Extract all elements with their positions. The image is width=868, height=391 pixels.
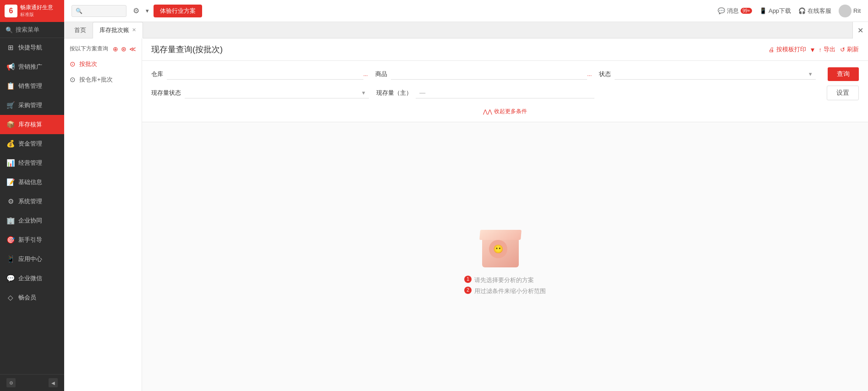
sidebar-footer: ⚙ ◀ bbox=[0, 374, 64, 391]
app-title: 畅康通好生意 bbox=[20, 4, 53, 11]
divider1: ▾ bbox=[811, 45, 814, 54]
plan-item-warehouse-batch[interactable]: ⊙ 按仓库+批次 bbox=[64, 72, 142, 87]
nav-label-sales: 销售管理 bbox=[18, 82, 42, 90]
sidebar-item-sales[interactable]: 📋销售管理 bbox=[0, 76, 64, 96]
inventory-batch-tab-label: 库存批次账 bbox=[99, 26, 129, 34]
warehouse-more-btn[interactable]: ... bbox=[363, 71, 368, 77]
page-header: 现存量查询(按批次) 🖨 按模板打印 ▾ ↑ 导出 ↺ 刷新 bbox=[142, 38, 868, 61]
tab-close-icon[interactable]: ✕ bbox=[132, 27, 136, 33]
username-label: Rit bbox=[853, 7, 861, 14]
stock-quantity-range[interactable]: — bbox=[416, 87, 594, 98]
nav-icon-app: 📱 bbox=[6, 255, 15, 263]
tabbar: 首页 库存批次账 ✕ ✕ bbox=[64, 22, 868, 38]
app-download-action[interactable]: 📱 App下载 bbox=[759, 7, 791, 15]
sidebar-item-wechat[interactable]: 💬企业微信 bbox=[0, 269, 64, 288]
warehouse-batch-icon: ⊙ bbox=[70, 76, 76, 84]
dropdown-icon[interactable]: ▾ bbox=[146, 7, 149, 14]
nav-label-enterprise: 企业协同 bbox=[18, 217, 42, 225]
empty-tips: 1 请先选择要分析的方案 2 用过滤条件来缩小分析范围 bbox=[464, 275, 546, 296]
tab-inventory-batch[interactable]: 库存批次账 ✕ bbox=[93, 22, 143, 38]
nav-icon-inventory: 📦 bbox=[6, 120, 15, 129]
sidebar-item-purchase[interactable]: 🛒采购管理 bbox=[0, 96, 64, 115]
left-panel: 按以下方案查询 ⊕ ⊛ ≪ ⊙ 按批次 ⊙ 按仓库+批次 bbox=[64, 38, 142, 391]
export-label: 导出 bbox=[824, 45, 835, 54]
add-plan-btn[interactable]: ⊕ bbox=[113, 45, 118, 53]
sidebar-item-guide[interactable]: 🎯新手引导 bbox=[0, 230, 64, 250]
sidebar-item-operation[interactable]: 📊经营管理 bbox=[0, 153, 64, 173]
nav-icon-marketing: 📢 bbox=[6, 63, 15, 71]
app-logo: 6 bbox=[5, 5, 17, 17]
main-area: 🔍 ⚙ ▾ 体验行业方案 💬 消息 99+ 📱 App下载 🎧 在线客服 Rit bbox=[64, 0, 868, 391]
settings-button[interactable]: 设置 bbox=[827, 86, 859, 100]
content-area: 按以下方案查询 ⊕ ⊛ ≪ ⊙ 按批次 ⊙ 按仓库+批次 现存量查询(按批次) bbox=[64, 38, 868, 391]
sidebar-item-quick[interactable]: ⊞快捷导航 bbox=[0, 38, 64, 57]
sidebar-item-marketing[interactable]: 📢营销推广 bbox=[0, 57, 64, 76]
sidebar-item-basic[interactable]: 📝基础信息 bbox=[0, 173, 64, 192]
refresh-btn[interactable]: ↺ 刷新 bbox=[840, 45, 859, 54]
query-button[interactable]: 查询 bbox=[828, 67, 859, 81]
settings-btn[interactable]: ⚙ bbox=[6, 378, 16, 387]
nav-label-quick: 快捷导航 bbox=[18, 43, 42, 52]
nav-icon-sales: 📋 bbox=[6, 82, 15, 90]
sidebar-header: 6 畅康通好生意 标准版 bbox=[0, 0, 64, 22]
topbar-search[interactable]: 🔍 bbox=[71, 5, 126, 17]
sidebar-item-member[interactable]: ◇畅会员 bbox=[0, 288, 64, 307]
export-btn[interactable]: ↑ 导出 bbox=[819, 45, 836, 54]
nav-icon-basic: 📝 bbox=[6, 178, 15, 186]
product-more-btn[interactable]: ... bbox=[587, 71, 592, 77]
tab-home[interactable]: 首页 bbox=[68, 22, 93, 38]
sidebar-item-app[interactable]: 📱应用中心 bbox=[0, 250, 64, 269]
warehouse-input[interactable] bbox=[167, 69, 363, 80]
tip-text-1: 请先选择要分析的方案 bbox=[474, 275, 534, 285]
plan-item-batch[interactable]: ⊙ 按批次 bbox=[64, 56, 142, 72]
panel-title: 按以下方案查询 bbox=[70, 45, 108, 53]
nav-icon-guide: 🎯 bbox=[6, 236, 15, 244]
nav-icon-finance: 💰 bbox=[6, 140, 15, 148]
print-btn[interactable]: 🖨 按模板打印 bbox=[769, 45, 806, 54]
global-close-btn[interactable]: ✕ bbox=[852, 22, 868, 38]
sidebar-item-system[interactable]: ⚙系统管理 bbox=[0, 192, 64, 211]
panel-actions: ⊕ ⊛ ≪ bbox=[113, 45, 136, 53]
nav-label-marketing: 营销推广 bbox=[18, 63, 42, 71]
stock-quantity-label: 现存量（主） bbox=[376, 89, 412, 97]
collapse-panel-btn[interactable]: ≪ bbox=[129, 45, 136, 53]
avatar bbox=[839, 5, 852, 17]
search-label: 搜索菜单 bbox=[16, 26, 39, 34]
collapse-row[interactable]: ⋀⋀ 收起更多条件 bbox=[151, 105, 859, 115]
online-service-action[interactable]: 🎧 在线客服 bbox=[798, 7, 831, 15]
product-input[interactable] bbox=[391, 69, 588, 80]
search-icon: 🔍 bbox=[5, 27, 13, 33]
sidebar-search[interactable]: 🔍 搜索菜单 bbox=[0, 22, 64, 38]
filter-row-2: 现存量状态 ▾ 现存量（主） — 设置 bbox=[151, 86, 859, 100]
status-dropdown[interactable]: ▾ bbox=[615, 69, 816, 80]
online-service-label: 在线客服 bbox=[808, 7, 831, 15]
sidebar-item-finance[interactable]: 💰资金管理 bbox=[0, 134, 64, 153]
status-label: 状态 bbox=[599, 70, 611, 78]
tip-item-2: 2 用过滤条件来缩小分析范围 bbox=[464, 286, 546, 296]
stock-status-dropdown[interactable]: ▾ bbox=[185, 87, 369, 98]
message-action[interactable]: 💬 消息 99+ bbox=[718, 7, 752, 15]
sidebar-item-enterprise[interactable]: 🏢企业协同 bbox=[0, 211, 64, 230]
dropdown-arrow-icon: ▾ bbox=[809, 71, 812, 77]
warehouse-batch-label: 按仓库+批次 bbox=[79, 76, 113, 84]
export-icon: ↑ bbox=[819, 46, 822, 53]
tip-num-1: 1 bbox=[464, 276, 472, 283]
sidebar: 6 畅康通好生意 标准版 🔍 搜索菜单 ⊞快捷导航📢营销推广📋销售管理🛒采购管理… bbox=[0, 0, 64, 391]
nav-label-member: 畅会员 bbox=[18, 293, 36, 302]
settings-icon[interactable]: ⚙ bbox=[131, 5, 141, 17]
batch-label: 按批次 bbox=[79, 60, 97, 68]
headset-icon: 🎧 bbox=[798, 7, 806, 14]
sidebar-item-inventory[interactable]: 📦库存核算 bbox=[0, 115, 64, 134]
user-avatar[interactable]: Rit bbox=[839, 5, 861, 17]
trial-button[interactable]: 体验行业方案 bbox=[154, 5, 202, 17]
collapse-up-icon: ⋀⋀ bbox=[483, 109, 492, 115]
nav-icon-wechat: 💬 bbox=[6, 274, 15, 282]
home-tab-label: 首页 bbox=[74, 26, 86, 34]
collapse-btn[interactable]: ◀ bbox=[49, 378, 58, 387]
nav-icon-purchase: 🛒 bbox=[6, 101, 15, 109]
collapse-label: 收起更多条件 bbox=[494, 108, 527, 115]
tip-item-1: 1 请先选择要分析的方案 bbox=[464, 275, 546, 285]
nav-label-operation: 经营管理 bbox=[18, 159, 42, 167]
settings-plan-btn[interactable]: ⊛ bbox=[121, 45, 126, 53]
nav-label-guide: 新手引导 bbox=[18, 236, 42, 244]
